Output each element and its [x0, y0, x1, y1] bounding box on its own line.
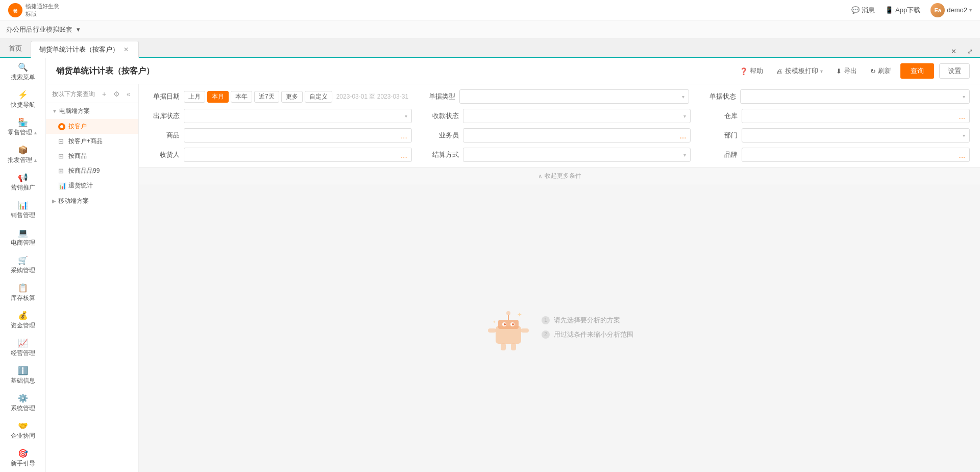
enterprise-coop-icon: 🤝: [18, 422, 28, 430]
sidebar-item-new-guide[interactable]: 🎯 新手引导: [0, 444, 45, 472]
out-status-select[interactable]: ▾: [184, 109, 412, 123]
empty-hint-1: 1 请先选择要分析的方案: [542, 316, 633, 325]
message-button[interactable]: 💬 消息: [851, 6, 875, 15]
scheme-collapse-button[interactable]: «: [123, 88, 134, 100]
sidebar-item-wholesale[interactable]: 📦 批发管理 ▲: [0, 141, 45, 169]
refresh-icon: ↻: [870, 67, 876, 75]
filter-top: 单据日期 上月 本月 本年 近7天 更多 自定义 2023-03-01 至 20…: [139, 84, 980, 167]
dept-select[interactable]: ▾: [742, 128, 970, 143]
filter-label-doc-type: 单据类型: [425, 92, 455, 101]
user-profile[interactable]: Ea demo2 ▾: [930, 3, 972, 17]
logo-text: 畅捷通好生意 标版: [26, 3, 59, 17]
scheme-leaf-return-stat[interactable]: 📊 退货统计: [46, 178, 138, 193]
filter-label-out-status: 出库状态: [149, 111, 180, 121]
filter-label-settle-method: 结算方式: [428, 150, 459, 159]
date-filter-group: 上月 本月 本年 近7天 更多 自定义 2023-03-01 至 2023-03…: [184, 91, 408, 103]
workspace-dropdown[interactable]: ▾: [77, 26, 80, 33]
sidebar-item-inventory[interactable]: 📋 库存核算: [0, 279, 45, 306]
empty-robot-illustration: ✦ ✦: [485, 305, 531, 351]
salesperson-dots[interactable]: ...: [680, 131, 687, 140]
salesperson-select[interactable]: ...: [463, 128, 691, 143]
retail-arrow-icon: ▲: [33, 130, 38, 135]
finance-icon: 💰: [18, 312, 28, 320]
date-btn-this-year[interactable]: 本年: [231, 91, 252, 103]
date-btn-this-month[interactable]: 本月: [207, 91, 229, 103]
new-guide-icon: 🎯: [18, 450, 28, 458]
query-button[interactable]: 查询: [900, 63, 934, 79]
tab-close-button[interactable]: ✕: [122, 45, 130, 54]
filter-label-warehouse: 仓库: [707, 111, 738, 121]
svg-rect-12: [511, 343, 516, 350]
app-download-icon: 📱: [885, 6, 893, 14]
goods-select[interactable]: ...: [184, 128, 412, 143]
scheme-leaf-by-goods-99[interactable]: ⊞ 按商品品99: [46, 163, 138, 178]
collapse-more-filters[interactable]: ∧ 收起更多条件: [139, 167, 980, 184]
date-range-text: 2023-03-01 至 2023-03-31: [336, 92, 408, 101]
sidebar-item-finance[interactable]: 💰 资金管理: [0, 306, 45, 334]
wholesale-arrow-icon: ▲: [33, 158, 38, 163]
sidebar-item-enterprise-coop[interactable]: 🤝 企业协同: [0, 417, 45, 444]
scheme-leaf-by-customer[interactable]: 按客户: [46, 119, 138, 134]
sidebar-item-operations[interactable]: 📈 经营管理: [0, 334, 45, 362]
payment-status-select[interactable]: ▾: [463, 109, 691, 123]
wholesale-icon: 📦: [18, 146, 28, 154]
filter-label-goods: 商品: [149, 131, 180, 140]
settings-button[interactable]: 设置: [939, 63, 970, 79]
doc-status-arrow: ▾: [963, 94, 965, 100]
scheme-leaf-by-goods[interactable]: ⊞ 按商品: [46, 149, 138, 163]
help-button[interactable]: ❓ 帮助: [736, 64, 767, 78]
filter-label-salesperson: 业务员: [428, 131, 459, 140]
sidebar-item-marketing[interactable]: 📢 营销推广: [0, 169, 45, 196]
svg-point-2: [60, 125, 63, 128]
template-print-button[interactable]: 🖨 按模板打印 ▾: [772, 64, 827, 78]
scheme-add-button[interactable]: +: [99, 88, 110, 100]
filter-label-brand: 品牌: [707, 150, 738, 159]
settle-method-select[interactable]: ▾: [463, 148, 691, 162]
svg-rect-9: [488, 328, 496, 333]
tab-home[interactable]: 首页: [0, 40, 31, 57]
filter-row-1: 单据日期 上月 本月 本年 近7天 更多 自定义 2023-03-01 至 20…: [149, 89, 970, 104]
receiver-select[interactable]: ...: [184, 148, 412, 162]
receiver-dots[interactable]: ...: [401, 151, 407, 159]
help-icon: ❓: [740, 67, 748, 75]
brand-dots[interactable]: ...: [959, 151, 966, 159]
sidebar-item-search-menu[interactable]: 🔍 搜索菜单: [0, 58, 45, 86]
svg-rect-10: [521, 328, 529, 333]
export-button[interactable]: ⬇ 导出: [832, 64, 861, 78]
app-download-button[interactable]: 📱 App下载: [885, 6, 920, 15]
doc-status-select[interactable]: ▾: [740, 89, 970, 104]
tab-maximize-button[interactable]: ⤢: [964, 45, 976, 57]
tab-restore-button[interactable]: ✕: [947, 45, 960, 57]
sidebar-item-basic-info[interactable]: ℹ️ 基础信息: [0, 362, 45, 389]
operations-icon: 📈: [18, 339, 28, 347]
logo: 畅 畅捷通好生意 标版: [8, 3, 59, 17]
sidebar-item-retail[interactable]: 🏪 零售管理 ▲: [0, 113, 45, 141]
sidebar-item-sales[interactable]: 📊 销售管理: [0, 196, 45, 224]
tab-sales-stat[interactable]: 销货单统计计表（按客户） ✕: [31, 41, 139, 58]
sidebar-item-purchase[interactable]: 🛒 采购管理: [0, 251, 45, 279]
scheme-group-desktop[interactable]: ▼ 电脑端方案: [46, 103, 138, 119]
ecommerce-icon: 💻: [18, 229, 28, 237]
date-btn-last-month[interactable]: 上月: [184, 91, 205, 103]
brand-select[interactable]: ...: [742, 148, 970, 162]
svg-rect-4: [498, 320, 519, 329]
page-header: 销货单统计计表（按客户） ❓ 帮助 🖨 按模板打印 ▾ ⬇ 导出: [46, 58, 980, 84]
goods-dots[interactable]: ...: [401, 131, 407, 140]
date-btn-last-7[interactable]: 近7天: [254, 91, 279, 103]
sys-admin-icon: ⚙️: [18, 394, 28, 403]
sidebar-item-quick-nav[interactable]: ⚡ 快捷导航: [0, 86, 45, 113]
sidebar-item-sys-admin[interactable]: ⚙️ 系统管理: [0, 389, 45, 417]
scheme-settings-button[interactable]: ⚙: [111, 88, 122, 100]
date-btn-custom[interactable]: 自定义: [305, 91, 332, 103]
scheme-group-mobile[interactable]: ▶ 移动端方案: [46, 193, 138, 209]
scheme-leaf-by-customer-goods[interactable]: ⊞ 按客户+商品: [46, 134, 138, 149]
collapse-icon: ∧: [538, 173, 543, 180]
sidebar-item-ecommerce[interactable]: 💻 电商管理: [0, 224, 45, 251]
retail-icon: 🏪: [18, 119, 28, 127]
date-btn-more[interactable]: 更多: [281, 91, 303, 103]
warehouse-select[interactable]: ...: [742, 109, 970, 123]
refresh-button[interactable]: ↻ 刷新: [866, 64, 895, 78]
doc-type-select[interactable]: ▾: [459, 89, 689, 104]
warehouse-dots[interactable]: ...: [959, 112, 966, 121]
marketing-icon: 📢: [18, 174, 28, 182]
